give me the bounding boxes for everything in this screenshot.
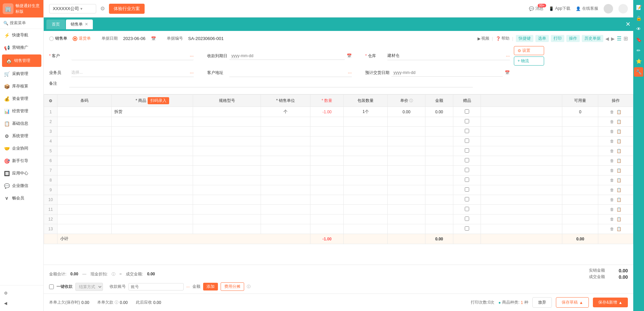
row-pkg-qty-5[interactable]: [344, 146, 388, 156]
row-unit-1[interactable]: 个: [261, 107, 310, 117]
row-copy-icon-13[interactable]: 📋: [616, 227, 621, 231]
sidebar-collapse-btn[interactable]: ◀: [0, 298, 43, 308]
salesperson-input[interactable]: 选择...: [71, 70, 83, 75]
row-unit-price-7[interactable]: [388, 166, 425, 176]
row-gift-2[interactable]: [453, 117, 481, 127]
row-unit-price-5[interactable]: [388, 146, 425, 156]
radio-sales-order[interactable]: 销售单: [49, 36, 67, 41]
row-barcode-7[interactable]: [58, 166, 112, 176]
video-btn[interactable]: ▶ 视频: [478, 36, 489, 41]
row-copy-icon-7[interactable]: 📋: [616, 168, 621, 173]
right-panel-lock[interactable]: 🔒: [634, 13, 643, 23]
right-panel-tool[interactable]: 🔧: [634, 67, 643, 77]
row-pkg-qty-12[interactable]: [344, 215, 388, 224]
row-qty-13[interactable]: [310, 224, 344, 234]
row-gift-11[interactable]: [453, 205, 481, 215]
row-product-2[interactable]: [112, 117, 193, 127]
row-unit-9[interactable]: [261, 185, 310, 195]
row-unit-11[interactable]: [261, 205, 310, 215]
select-btn[interactable]: 选单: [535, 35, 549, 42]
sidebar-item-finance[interactable]: 💰 资金管理: [0, 92, 43, 105]
row-spec-4[interactable]: [193, 137, 261, 146]
one-click-pay-checkbox[interactable]: [49, 284, 54, 289]
row-spec-3[interactable]: [193, 127, 261, 137]
right-panel-eye[interactable]: 👁: [634, 24, 643, 34]
help-btn[interactable]: ❓ 帮助: [496, 36, 509, 41]
row-unit-price-1[interactable]: 0.00: [388, 107, 425, 117]
row-qty-2[interactable]: [310, 117, 344, 127]
sidebar-item-marketing[interactable]: 📢 营销推广: [0, 41, 43, 54]
row-gift-4[interactable]: [453, 137, 481, 146]
gear-icon[interactable]: ⚙: [100, 5, 105, 12]
row-delete-icon-2[interactable]: 🗑: [610, 119, 614, 124]
row-barcode-1[interactable]: [58, 107, 112, 117]
sidebar-item-basics[interactable]: 📋 基础信息: [0, 117, 43, 130]
row-delete-icon-4[interactable]: 🗑: [610, 139, 614, 144]
customer-dots-icon[interactable]: ···: [190, 53, 194, 59]
row-unit-7[interactable]: [261, 166, 310, 176]
row-qty-7[interactable]: [310, 166, 344, 176]
row-unit-price-3[interactable]: [388, 127, 425, 137]
right-panel-star[interactable]: ⭐: [634, 56, 643, 66]
grid-view-icon[interactable]: ⊞: [623, 35, 628, 42]
sidebar-item-system[interactable]: ⚙ 系统管理: [0, 130, 43, 142]
row-spec-13[interactable]: [193, 224, 261, 234]
row-delete-icon-11[interactable]: 🗑: [610, 207, 614, 212]
row-copy-icon-10[interactable]: 📋: [616, 197, 621, 202]
row-qty-1[interactable]: -1.00: [310, 107, 344, 117]
row-spec-6[interactable]: [193, 156, 261, 166]
row-product-11[interactable]: [112, 205, 193, 215]
shortcut-btn[interactable]: 快捷键: [516, 35, 533, 42]
row-spec-5[interactable]: [193, 146, 261, 156]
row-barcode-3[interactable]: [58, 127, 112, 137]
avatar2[interactable]: [618, 4, 628, 13]
row-unit-13[interactable]: [261, 224, 310, 234]
row-gift-13[interactable]: [453, 224, 481, 234]
sidebar-item-quick-nav[interactable]: ⚡ 快捷导航: [0, 29, 43, 41]
sidebar-item-purchase[interactable]: 🛒 采购管理: [0, 68, 43, 80]
row-spec-7[interactable]: [193, 166, 261, 176]
row-barcode-5[interactable]: [58, 146, 112, 156]
row-delete-icon-7[interactable]: 🗑: [610, 168, 614, 173]
row-qty-11[interactable]: [310, 205, 344, 215]
row-gift-5[interactable]: [453, 146, 481, 156]
row-gift-7[interactable]: [453, 166, 481, 176]
row-product-7[interactable]: [112, 166, 193, 176]
abandon-button[interactable]: 放弃: [532, 297, 552, 308]
row-copy-icon-1[interactable]: 📋: [616, 110, 621, 114]
app-download-button[interactable]: 📱 App下载: [549, 6, 570, 11]
row-pkg-qty-10[interactable]: [344, 195, 388, 205]
message-button[interactable]: 💬 消息 99+: [529, 6, 543, 11]
row-unit-6[interactable]: [261, 156, 310, 166]
online-service-button[interactable]: 👤 在线客服: [576, 6, 598, 11]
row-unit-3[interactable]: [261, 127, 310, 137]
row-amount-13[interactable]: [425, 224, 453, 234]
row-unit-10[interactable]: [261, 195, 310, 205]
setting-button[interactable]: ⚙ 设置: [514, 46, 544, 55]
row-copy-icon-3[interactable]: 📋: [616, 129, 621, 134]
sidebar-item-enterprise[interactable]: 🤝 企业协同: [0, 142, 43, 155]
row-barcode-12[interactable]: [58, 215, 112, 224]
row-qty-3[interactable]: [310, 127, 344, 137]
row-pkg-qty-7[interactable]: [344, 166, 388, 176]
row-copy-icon-5[interactable]: 📋: [616, 149, 621, 153]
row-pkg-qty-13[interactable]: [344, 224, 388, 234]
row-amount-1[interactable]: 0.00: [425, 107, 453, 117]
row-delete-icon-9[interactable]: 🗑: [610, 188, 614, 192]
salesperson-dots-icon[interactable]: ···: [190, 70, 194, 75]
expected-delivery-input[interactable]: [391, 69, 503, 77]
row-barcode-8[interactable]: [58, 176, 112, 185]
row-pkg-qty-3[interactable]: [344, 127, 388, 137]
sidebar-settings-btn[interactable]: ⚙: [0, 288, 43, 298]
addr-dots-icon[interactable]: ···: [348, 70, 352, 75]
right-panel-note[interactable]: 📝: [634, 3, 643, 12]
row-product-12[interactable]: [112, 215, 193, 224]
row-unit-price-9[interactable]: [388, 185, 425, 195]
row-qty-8[interactable]: [310, 176, 344, 185]
calendar-icon[interactable]: 📅: [151, 36, 156, 41]
row-qty-5[interactable]: [310, 146, 344, 156]
sidebar-item-wechat[interactable]: 💬 企业微信: [0, 180, 43, 192]
row-delete-icon-5[interactable]: 🗑: [610, 149, 614, 153]
history-btn[interactable]: 历史单据: [582, 35, 603, 42]
save-new-button[interactable]: 保存&新增 ▲: [593, 298, 628, 307]
